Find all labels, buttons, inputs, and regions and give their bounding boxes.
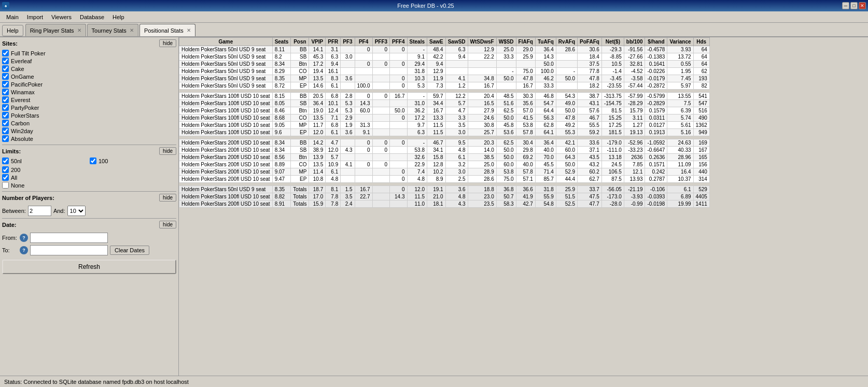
refresh-button[interactable]: Refresh <box>2 260 176 274</box>
limit-200-checkbox[interactable] <box>2 166 9 173</box>
col-header-steals[interactable]: Steals <box>407 38 427 46</box>
tab-ring-label: Ring Player Stats <box>30 27 74 34</box>
help-button[interactable]: Help <box>2 25 23 36</box>
col-header-sawe[interactable]: SawE <box>427 38 446 46</box>
site-win2day-label: Win2day <box>11 128 33 134</box>
menu-main[interactable]: Main <box>2 13 23 21</box>
col-header-pff4[interactable]: PFF4 <box>390 38 407 46</box>
site-absolute-label: Absolute <box>11 136 33 142</box>
col-header-game[interactable]: Game <box>179 38 273 46</box>
to-row: To: ? Clear Dates <box>2 245 176 255</box>
to-help-icon[interactable]: ? <box>20 246 28 254</box>
divider-2 <box>2 191 176 192</box>
col-header-pf4[interactable]: PF4 <box>355 38 372 46</box>
col-header-pfr[interactable]: PFR <box>326 38 341 46</box>
maximize-button[interactable]: □ <box>850 2 858 9</box>
site-carbon-label: Carbon <box>11 120 30 126</box>
menu-viewers[interactable]: Viewers <box>47 13 76 21</box>
col-header-variance[interactable]: Variance <box>667 38 693 46</box>
tab-positional-label: Positional Stats <box>144 27 184 34</box>
title-bar: ♠ Free Poker DB - v0.25 ─ □ ✕ <box>0 0 868 11</box>
col-header-sawsd[interactable]: SawSD <box>445 38 468 46</box>
sites-hide-button[interactable]: hide <box>159 39 176 47</box>
site-winamax-checkbox[interactable] <box>2 89 9 95</box>
site-pokerstars-checkbox[interactable] <box>2 112 9 119</box>
from-help-icon[interactable]: ? <box>20 234 28 242</box>
players-hide-button[interactable]: hide <box>159 194 176 202</box>
site-fulltilt-checkbox[interactable] <box>2 50 9 56</box>
col-header-vpip[interactable]: VPIP <box>309 38 326 46</box>
site-everest-checkbox[interactable] <box>2 96 9 103</box>
tab-positional[interactable]: Positional Stats ✕ <box>139 24 195 36</box>
limits-section-header: Limits: hide <box>2 147 176 155</box>
table-row: Holdem PokerStars 50nl USD 9 seat8.2SB45… <box>179 53 710 61</box>
from-date-input[interactable] <box>30 233 108 243</box>
to-date-input[interactable] <box>30 245 108 255</box>
site-ongame-checkbox[interactable] <box>2 73 9 80</box>
players-label: Number of Players: <box>2 195 54 201</box>
site-everest-label: Everest <box>11 97 30 103</box>
site-pokerstars: PokerStars <box>2 111 176 119</box>
site-pacificpoker-checkbox[interactable] <box>2 81 9 88</box>
col-header-seats[interactable]: Seats <box>272 38 291 46</box>
site-fulltilt: Full Tilt Poker <box>2 49 176 57</box>
col-header-pff3[interactable]: PFF3 <box>372 38 389 46</box>
site-everest: Everest <box>2 96 176 104</box>
players-max-select[interactable]: 10 9 8 6 <box>67 206 86 216</box>
menu-help[interactable]: Help <box>108 13 129 21</box>
table-row: Holdem PokerStars 100fl USD 10 seat8.68C… <box>179 114 710 122</box>
data-scroll-container[interactable]: Game Seats Posn VPIP PFR PF3 PF4 PFF3 PF… <box>179 37 868 376</box>
clear-dates-button[interactable]: Clear Dates <box>110 246 149 255</box>
tab-ring-close[interactable]: ✕ <box>77 27 81 33</box>
col-header-posn[interactable]: Posn <box>291 38 309 46</box>
limit-none-checkbox[interactable] <box>2 182 9 189</box>
date-hide-button[interactable]: hide <box>159 221 176 228</box>
limit-50nl-label: 50nl <box>11 158 22 164</box>
col-header-pofafq[interactable]: PoFAFq <box>578 38 602 46</box>
tab-ring[interactable]: Ring Player Stats ✕ <box>25 24 86 36</box>
site-cake-checkbox[interactable] <box>2 65 9 72</box>
menu-database[interactable]: Database <box>76 13 108 21</box>
limit-50nl-checkbox[interactable] <box>2 157 9 164</box>
col-header-bb100[interactable]: bb/100 <box>624 38 645 46</box>
status-text: Status: Connected to SQLite database nam… <box>4 379 189 385</box>
tab-positional-close[interactable]: ✕ <box>187 27 191 33</box>
minimize-button[interactable]: ─ <box>842 2 849 9</box>
limit-100-checkbox[interactable] <box>90 157 96 164</box>
site-ongame-label: OnGame <box>11 74 34 80</box>
menu-import[interactable]: Import <box>23 13 47 21</box>
col-header-wsd[interactable]: W$SD <box>496 38 516 46</box>
site-carbon: Carbon <box>2 119 176 127</box>
col-header-wtsdwsf[interactable]: WtSDwsF <box>468 38 496 46</box>
site-cake-label: Cake <box>11 66 24 72</box>
col-header-flafq[interactable]: FlAFq <box>516 38 535 46</box>
site-ongame: OnGame <box>2 73 176 80</box>
players-min-input[interactable] <box>28 206 51 216</box>
site-partypoker-checkbox[interactable] <box>2 104 9 111</box>
col-header-tuafq[interactable]: TuAFq <box>535 38 556 46</box>
site-pacificpoker: PacificPoker <box>2 80 176 88</box>
site-everleaf-checkbox[interactable] <box>2 58 9 64</box>
col-header-hds[interactable]: Hds <box>693 38 709 46</box>
col-header-hand[interactable]: $/hand <box>645 38 667 46</box>
data-table: Game Seats Posn VPIP PFR PF3 PF4 PFF3 PF… <box>179 37 710 208</box>
close-button[interactable]: ✕ <box>859 2 866 9</box>
table-row: Holdem PokerStars 50nl USD 9 seat8.34Btn… <box>179 61 710 68</box>
limit-all-checkbox[interactable] <box>2 174 9 181</box>
col-header-pf3[interactable]: PF3 <box>341 38 355 46</box>
tab-tourney[interactable]: Tourney Stats ✕ <box>87 24 138 36</box>
site-fulltilt-label: Full Tilt Poker <box>11 50 46 56</box>
tab-tourney-label: Tourney Stats <box>92 27 127 34</box>
site-winamax-label: Winamax <box>11 89 35 95</box>
col-header-rvafq[interactable]: RvAFq <box>556 38 577 46</box>
site-absolute-checkbox[interactable] <box>2 135 9 142</box>
site-carbon-checkbox[interactable] <box>2 120 9 126</box>
tab-tourney-close[interactable]: ✕ <box>130 27 134 33</box>
table-row: Holdem PokerStars 200fl USD 10 seat9.07M… <box>179 168 710 176</box>
site-win2day-checkbox[interactable] <box>2 127 9 134</box>
table-row: Holdem PokerStars 100fl USD 10 seat8.46B… <box>179 107 710 114</box>
col-header-net[interactable]: Net($) <box>601 38 624 46</box>
table-row: Holdem PokerStars 200fl USD 10 seat8.56B… <box>179 154 710 161</box>
table-row: Holdem PokerStars 100fl USD 10 seat9.05M… <box>179 122 710 129</box>
limits-hide-button[interactable]: hide <box>159 147 176 155</box>
